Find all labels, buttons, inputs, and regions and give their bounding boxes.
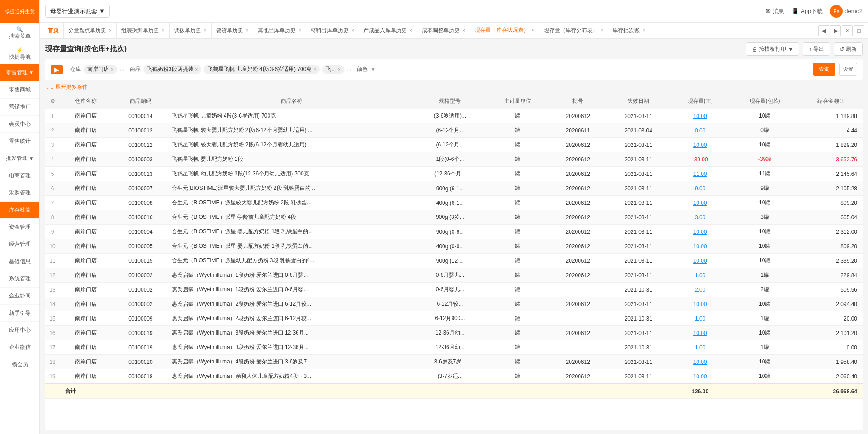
cell-qty-main[interactable]: 9.00 <box>670 181 730 196</box>
cell-qty-main[interactable]: 1.00 <box>670 311 730 326</box>
close-icon[interactable]: × <box>351 28 354 33</box>
tab-stock-count[interactable]: 分量盘点单历史 × <box>64 23 117 39</box>
cell-qty-main[interactable]: 10.00 <box>670 297 730 311</box>
table-row: 14南岸门店00100002惠氏启赋（Wyeth illuma）2段奶粉 爱尔兰… <box>45 297 863 311</box>
tab-batch-ledger[interactable]: 库存批次账 × <box>608 23 650 39</box>
settings-icon[interactable]: ⚙ <box>50 98 55 104</box>
query-btn[interactable]: 查询 <box>813 63 835 76</box>
cell-spec: 400g (6-1... <box>414 196 486 210</box>
refresh-btn[interactable]: ↺ 刷新 <box>834 42 863 56</box>
tab-maximize-btn[interactable]: □ <box>854 25 864 36</box>
color-dropdown-arrow[interactable]: ▼ <box>370 66 376 73</box>
cell-qty-main[interactable]: 1.00 <box>670 268 730 283</box>
cell-qty-main[interactable]: 2.00 <box>670 283 730 297</box>
tab-stock-status[interactable]: 现存量（库存状况表） × <box>470 23 539 39</box>
user-menu[interactable]: Ea demo2 <box>830 5 863 18</box>
warehouse-tag[interactable]: 南岸门店 × <box>84 65 117 74</box>
close-icon[interactable]: × <box>162 28 165 33</box>
cell-code: 00100015 <box>112 254 169 268</box>
sidebar-item-basic-info[interactable]: 基础信息 <box>0 253 39 270</box>
cell-qty-main[interactable]: 10.00 <box>670 225 730 239</box>
close-icon[interactable]: × <box>313 67 316 72</box>
sidebar-item-newbie[interactable]: 新手引导 <box>0 305 39 322</box>
cell-qty-main[interactable]: 0.00 <box>670 123 730 138</box>
expand-conditions-btn[interactable]: ⌄⌄ 展开更多条件 <box>45 83 863 91</box>
search-icon: 🔍 <box>16 26 23 33</box>
sidebar-item-retail-stats[interactable]: 零售统计 <box>0 133 39 150</box>
product-tag-2[interactable]: 飞鹤星飞帆 儿童奶粉 4段(3-6岁适用) 700克 × <box>204 65 320 74</box>
cell-qty-main[interactable]: -39.00 <box>670 152 730 167</box>
sidebar-item-finance[interactable]: 资金管理 <box>0 219 39 236</box>
tab-product-in[interactable]: 产成品入库单历史 × <box>359 23 417 39</box>
cell-qty-main[interactable]: 11.00 <box>670 167 730 181</box>
close-icon[interactable]: × <box>338 67 340 72</box>
cell-qty-main[interactable]: 10.00 <box>670 138 730 152</box>
cell-qty-main[interactable]: 10.00 <box>670 254 730 268</box>
tab-stock-dist[interactable]: 现存量（库存分布表） × <box>539 23 609 39</box>
tab-transfer[interactable]: 调拨单历史 × <box>170 23 212 39</box>
sidebar-item-inventory[interactable]: 库存核算 <box>0 202 39 219</box>
sidebar-item-wholesale[interactable]: 批发管理 ▼ <box>0 150 39 167</box>
message-btn[interactable]: ✉ 消息 <box>766 7 784 15</box>
expand-arrow[interactable]: ▶ <box>51 65 63 74</box>
more-dots[interactable]: ··· <box>120 66 124 73</box>
sidebar-item-marketing[interactable]: 营销推广 <box>0 99 39 116</box>
sidebar-item-retail-mgmt[interactable]: 零售管理 ▼ <box>0 64 39 81</box>
close-icon[interactable]: × <box>111 67 113 72</box>
sidebar-item-collab[interactable]: 企业协同 <box>0 288 39 305</box>
cell-amount: 665.04 <box>800 210 863 225</box>
close-icon[interactable]: × <box>204 28 207 33</box>
sidebar-item-operations[interactable]: 经营管理 <box>0 236 39 253</box>
close-icon[interactable]: × <box>410 28 412 33</box>
cell-expire: 2021-03-11 <box>606 152 670 167</box>
sidebar-item-member[interactable]: 畅会员 <box>0 356 39 373</box>
close-icon[interactable]: × <box>532 28 534 33</box>
sidebar-item-search[interactable]: 🔍 搜索菜单 <box>0 23 39 44</box>
tab-next-btn[interactable]: ▶ <box>830 25 841 36</box>
tab-other-out[interactable]: 其他出库单历史 × <box>253 23 306 39</box>
cell-qty-main[interactable]: 3.00 <box>670 210 730 225</box>
app-download-btn[interactable]: 📱 App下载 <box>792 7 823 15</box>
filter-expand-btn[interactable]: ▶ <box>51 65 63 74</box>
close-icon[interactable]: × <box>298 28 301 33</box>
cell-num: 14 <box>45 297 60 311</box>
close-icon[interactable]: × <box>642 28 645 33</box>
cell-amount: 2,145.64 <box>800 167 863 181</box>
tab-assemble[interactable]: 组装拆卸单历史 × <box>117 23 170 39</box>
cell-qty-main[interactable]: 10.00 <box>670 355 730 369</box>
export-btn[interactable]: ↑ 导出 <box>803 42 830 56</box>
print-btn[interactable]: 🖨 按模板打印 ▼ <box>746 42 799 56</box>
close-icon[interactable]: × <box>462 28 465 33</box>
cell-qty-main[interactable]: 10.00 <box>670 196 730 210</box>
sidebar-item-app-center[interactable]: 应用中心 <box>0 322 39 339</box>
sidebar-item-wechat[interactable]: 企业微信 <box>0 339 39 356</box>
tab-home[interactable]: 首页 <box>43 23 64 39</box>
tab-prev-btn[interactable]: ◀ <box>818 25 829 36</box>
cell-qty-main[interactable]: 10.00 <box>670 239 730 254</box>
cell-amount: 809.20 <box>800 239 863 254</box>
close-icon[interactable]: × <box>601 28 604 33</box>
more-dots[interactable]: ··· <box>347 66 351 73</box>
close-icon[interactable]: × <box>195 67 198 72</box>
product-tag-3[interactable]: 飞... × <box>322 65 344 74</box>
sidebar-item-ecommerce[interactable]: 电商管理 <box>0 167 39 184</box>
sidebar-item-quick-nav[interactable]: ⚡ 快捷导航 <box>0 44 39 64</box>
tab-cost-adjust[interactable]: 成本调整单历史 × <box>417 23 470 39</box>
cell-qty-main[interactable]: 10.00 <box>670 369 730 384</box>
sidebar-item-members[interactable]: 会员中心 <box>0 116 39 133</box>
th-settings[interactable]: ⚙ <box>45 94 60 109</box>
tab-close-btn[interactable]: × <box>842 25 853 36</box>
account-dropdown[interactable]: 母婴行业演示账套 ▼ <box>45 5 110 18</box>
tab-material-out[interactable]: 材料出库单历史 × <box>306 23 359 39</box>
settings-btn[interactable]: 设置 <box>839 63 857 76</box>
close-icon[interactable]: × <box>246 28 249 33</box>
sidebar-item-purchase[interactable]: 采购管理 <box>0 184 39 202</box>
sidebar-item-retail-shop[interactable]: 零售商城 <box>0 81 39 99</box>
cell-qty-main[interactable]: 1.00 <box>670 340 730 355</box>
cell-qty-main[interactable]: 10.00 <box>670 326 730 340</box>
close-icon[interactable]: × <box>109 28 112 33</box>
cell-qty-main[interactable]: 10.00 <box>670 109 730 123</box>
sidebar-item-system[interactable]: 系统管理 <box>0 270 39 288</box>
tab-requisition[interactable]: 要货单历史 × <box>212 23 254 39</box>
product-tag-1[interactable]: 飞鹤奶粉3段两提装 × <box>143 65 202 74</box>
